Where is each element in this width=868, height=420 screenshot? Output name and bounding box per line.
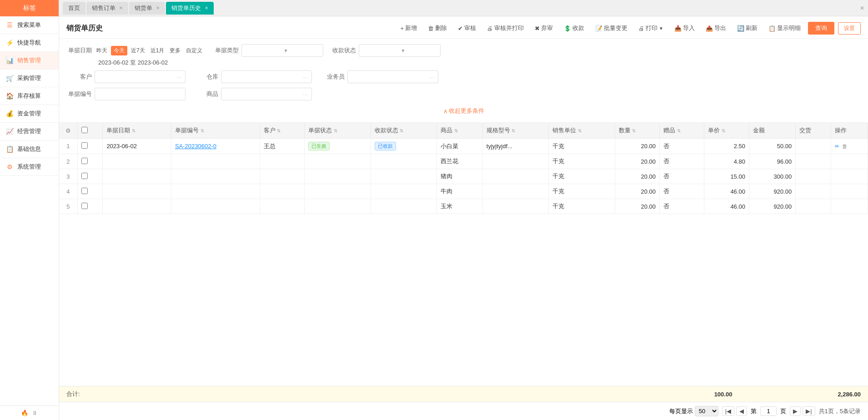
cell-checkbox[interactable] bbox=[77, 139, 103, 154]
cell-actions bbox=[831, 154, 868, 169]
doc-no-link[interactable]: SA-20230602-0 bbox=[175, 143, 216, 150]
col-doc-date[interactable]: 单据日期 ⇅ bbox=[103, 123, 171, 139]
col-unit[interactable]: 销售单位 ⇅ bbox=[549, 123, 615, 139]
sidebar-item-search-menu[interactable]: ☰ 搜索菜单 bbox=[0, 16, 59, 34]
prev-page-button[interactable]: ◀ bbox=[736, 406, 747, 416]
last-page-button[interactable]: ▶| bbox=[803, 406, 815, 416]
staff-input[interactable] bbox=[351, 74, 429, 80]
abandon-button[interactable]: ✖ 弃审 bbox=[531, 22, 557, 34]
print-button[interactable]: 🖨 打印 ▼ bbox=[635, 22, 667, 34]
collect-status-badge: 已收款 bbox=[375, 142, 396, 150]
tab-sales-goods-close[interactable]: ✕ bbox=[156, 5, 160, 10]
sidebar-item-inventory[interactable]: 🏠 库存核算 bbox=[0, 87, 59, 105]
doc-type-select[interactable]: ▼ bbox=[241, 44, 323, 57]
col-goods[interactable]: 商品 ⇅ bbox=[437, 123, 482, 139]
tab-sales-order-close[interactable]: ✕ bbox=[119, 5, 123, 10]
cell-qty: 20.00 bbox=[615, 154, 659, 169]
cell-checkbox[interactable] bbox=[77, 184, 103, 199]
audit-print-button[interactable]: 🖨 审核并打印 bbox=[483, 22, 527, 34]
cell-checkbox[interactable] bbox=[77, 154, 103, 169]
cell-checkbox[interactable] bbox=[77, 169, 103, 184]
date-btn-custom[interactable]: 自定义 bbox=[184, 46, 204, 55]
row-checkbox[interactable] bbox=[81, 158, 88, 164]
cell-qty: 20.00 bbox=[615, 184, 659, 199]
delete-action-btn[interactable]: 🗑 bbox=[842, 143, 848, 150]
tab-sales-order[interactable]: 销售订单 ✕ bbox=[86, 2, 128, 15]
date-btn-today[interactable]: 今天 bbox=[111, 46, 127, 55]
cell-checkbox[interactable] bbox=[77, 199, 103, 214]
select-all-checkbox[interactable] bbox=[81, 127, 88, 133]
goods-input-wrap[interactable]: ··· bbox=[221, 88, 312, 100]
page-size-dropdown[interactable]: 50 20 100 200 bbox=[695, 406, 718, 416]
warehouse-input-wrap[interactable]: ··· bbox=[221, 70, 312, 83]
staff-ellipsis-icon[interactable]: ··· bbox=[429, 74, 434, 80]
cell-unit: 千克 bbox=[549, 169, 615, 184]
collapse-filter-btn[interactable]: ∧ 收起更多条件 bbox=[66, 105, 861, 117]
page-number-input[interactable] bbox=[760, 406, 777, 416]
date-btn-yesterday[interactable]: 昨天 bbox=[95, 46, 109, 55]
warehouse-ellipsis-icon[interactable]: ··· bbox=[303, 74, 308, 80]
sidebar-item-basic-info[interactable]: 📋 基础信息 bbox=[0, 140, 59, 158]
add-button[interactable]: + 新增 bbox=[397, 22, 421, 34]
tab-sales-history-close[interactable]: ✕ bbox=[205, 5, 208, 10]
fire-icon[interactable]: 🔥 bbox=[21, 410, 28, 416]
col-trade[interactable]: 交货 bbox=[796, 123, 831, 139]
row-checkbox[interactable] bbox=[81, 173, 88, 179]
tab-sales-goods[interactable]: 销货单 ✕ bbox=[129, 2, 165, 15]
first-page-button[interactable]: |◀ bbox=[722, 406, 734, 416]
col-gift[interactable]: 赠品 ⇅ bbox=[660, 123, 704, 139]
collect-status-select[interactable]: ▼ bbox=[359, 44, 441, 57]
query-button[interactable]: 查询 bbox=[808, 22, 834, 35]
tab-sales-history[interactable]: 销货单历史 ✕ bbox=[166, 2, 214, 15]
col-spec[interactable]: 规格型号 ⇅ bbox=[482, 123, 548, 139]
warehouse-input[interactable] bbox=[225, 74, 303, 80]
audit-button[interactable]: ✔ 审核 bbox=[454, 22, 480, 34]
batch-change-button[interactable]: 📝 批量变更 bbox=[592, 22, 631, 34]
sidebar-item-sales-mgmt[interactable]: 📊 销售管理 bbox=[0, 52, 59, 70]
export-icon: 📤 bbox=[706, 25, 713, 32]
tab-close-all[interactable]: ✕ bbox=[860, 5, 864, 11]
refresh-button[interactable]: 🔄 刷新 bbox=[733, 22, 761, 34]
col-doc-status[interactable]: 单据状态 ⇅ bbox=[305, 123, 371, 139]
staff-input-wrap[interactable]: ··· bbox=[347, 70, 438, 83]
row-checkbox[interactable] bbox=[81, 188, 88, 194]
sidebar-logo: 标签 bbox=[0, 0, 59, 16]
col-amount[interactable]: 金额 bbox=[749, 123, 795, 139]
pause-icon[interactable]: ⏸ bbox=[32, 410, 38, 416]
table-container: ⚙ 单据日期 ⇅ 单据编号 ⇅ 客户 ⇅ 单据状态 ⇅ 收款状态 ⇅ 商品 ⇅ … bbox=[59, 123, 868, 386]
row-checkbox[interactable] bbox=[81, 203, 88, 209]
sidebar-item-purchase-mgmt[interactable]: 🛒 采购管理 bbox=[0, 70, 59, 87]
import-button[interactable]: 📥 导入 bbox=[671, 22, 698, 34]
collect-button[interactable]: 💲 收款 bbox=[560, 22, 588, 34]
export-button[interactable]: 📤 导出 bbox=[702, 22, 730, 34]
goods-ellipsis-icon[interactable]: ··· bbox=[303, 91, 308, 98]
sidebar-item-quick-nav[interactable]: ⚡ 快捷导航 bbox=[0, 34, 59, 52]
goods-input[interactable] bbox=[225, 91, 303, 97]
sidebar-item-capital-mgmt[interactable]: 💰 资金管理 bbox=[0, 105, 59, 123]
col-customer[interactable]: 客户 ⇅ bbox=[260, 123, 304, 139]
delete-button[interactable]: 🗑 删除 bbox=[424, 22, 451, 34]
customer-input-wrap[interactable]: ··· bbox=[95, 70, 186, 83]
tab-home[interactable]: 首页 bbox=[63, 2, 85, 15]
cell-gift: 否 bbox=[660, 169, 704, 184]
sidebar-item-ops-mgmt[interactable]: 📈 经营管理 bbox=[0, 123, 59, 140]
doc-no-input[interactable] bbox=[95, 88, 186, 100]
sort-unit-icon: ⇅ bbox=[578, 128, 582, 133]
col-doc-no[interactable]: 单据编号 ⇅ bbox=[171, 123, 260, 139]
date-btn-1month[interactable]: 近1月 bbox=[149, 46, 166, 55]
show-detail-button[interactable]: 📋 显示明细 bbox=[765, 22, 804, 34]
customer-ellipsis-icon[interactable]: ··· bbox=[176, 74, 181, 80]
customer-input[interactable] bbox=[99, 74, 176, 80]
col-checkbox[interactable] bbox=[77, 123, 103, 139]
row-checkbox[interactable] bbox=[81, 142, 88, 149]
col-unit-price[interactable]: 单价 ⇅ bbox=[704, 123, 749, 139]
col-settings[interactable]: ⚙ bbox=[59, 123, 77, 139]
next-page-button[interactable]: ▶ bbox=[790, 406, 801, 416]
sidebar-item-sys-mgmt[interactable]: ⚙ 系统管理 bbox=[0, 158, 59, 176]
col-collect-status[interactable]: 收款状态 ⇅ bbox=[371, 123, 437, 139]
date-btn-more[interactable]: 更多 bbox=[168, 46, 182, 55]
date-btn-7days[interactable]: 近7天 bbox=[129, 46, 147, 55]
setting-button[interactable]: 设置 bbox=[838, 22, 861, 35]
col-qty[interactable]: 数量 ⇅ bbox=[615, 123, 659, 139]
edit-action-btn[interactable]: ✏ bbox=[835, 143, 839, 150]
